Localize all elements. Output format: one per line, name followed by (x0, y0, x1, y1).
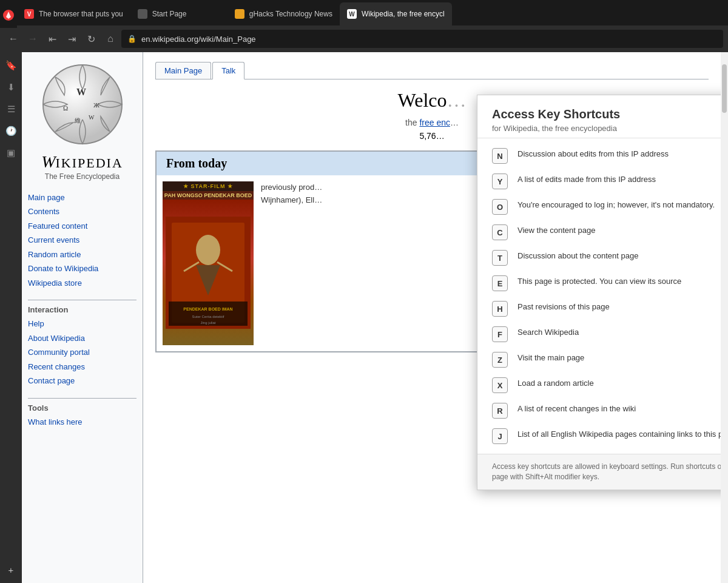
shortcut-row-e: E This page is protected. You can view i… (477, 271, 721, 296)
tab-label-vivaldi: The browser that puts you (39, 10, 123, 18)
nav-community-portal[interactable]: Community portal (28, 345, 136, 360)
svg-text:W: W (89, 114, 95, 121)
tab-wikipedia[interactable]: W Wikipedia, the free encycl (340, 2, 452, 25)
nav-main-page[interactable]: Main page (28, 190, 136, 205)
tab-icon-ghacks (235, 9, 244, 19)
wiki-interaction-nav: Interaction Help About Wikipedia Communi… (28, 305, 136, 388)
url-text: en.wikipedia.org/wiki/Main_Page (141, 35, 256, 44)
shortcut-desc-o: You're encouraged to log in; however, it… (517, 199, 715, 211)
tab-icon-start (138, 9, 147, 19)
page-content: W Ω Ж 維 W WIKIPEDIA The Free Encyclopedi… (22, 52, 728, 583)
home-button[interactable]: ⌂ (102, 30, 119, 47)
history-panel-icon[interactable]: 🕐 (2, 123, 19, 140)
nav-wikipedia-store[interactable]: Wikipedia store (28, 276, 136, 291)
reload-button[interactable]: ↻ (83, 30, 99, 47)
tab-ghacks[interactable]: gHacks Technology News (228, 2, 340, 25)
tab-vivaldi[interactable]: V The browser that puts you (17, 2, 130, 25)
svg-text:Ж: Ж (93, 101, 99, 109)
modal-title: Access Key Shortcuts (492, 107, 721, 121)
shortcut-desc-c: View the content page (517, 224, 595, 237)
modal-subtitle: for Wikipedia, the free encyclopedia (492, 124, 721, 133)
shortcut-row-j: J List of all English Wikipedia pages co… (477, 423, 721, 449)
key-badge-n: N (492, 148, 508, 164)
address-bar[interactable]: 🔒 en.wikipedia.org/wiki/Main_Page (121, 30, 723, 48)
nav-about-wikipedia[interactable]: About Wikipedia (28, 331, 136, 346)
shortcut-row-t: T Discussion about the content page (477, 245, 721, 271)
tab-icon-vivaldi: V (24, 9, 34, 19)
nav-random-article[interactable]: Random article (28, 248, 136, 262)
back-button[interactable]: ← (5, 30, 22, 47)
nav-recent-changes[interactable]: Recent changes (28, 360, 136, 374)
browser-sidebar: 🔖 ⬇ ☰ 🕐 ▣ + (0, 52, 22, 583)
page-scrollbar[interactable] (721, 52, 728, 583)
svg-text:W: W (76, 87, 86, 97)
shortcut-desc-n: Discussion about edits from this IP addr… (517, 148, 669, 160)
shortcut-row-r: R A list of recent changes in the wiki (477, 398, 721, 423)
panels-panel-icon[interactable]: ▣ (2, 144, 19, 161)
shortcut-desc-f: Search Wikipedia (517, 326, 579, 339)
nav-divider-1 (28, 300, 136, 300)
modal-header: Access Key Shortcuts for Wikipedia, the … (477, 95, 721, 138)
shortcut-desc-r: A list of recent changes in the wiki (517, 403, 636, 415)
wiki-globe-image: W Ω Ж 維 W (40, 62, 125, 147)
tab-bar: V The browser that puts you Start Page g… (0, 0, 728, 25)
shortcut-row-f: F Search Wikipedia (477, 322, 721, 347)
forward-button[interactable]: → (24, 30, 41, 47)
key-badge-o: O (492, 199, 508, 215)
modal-shortcut-list: N Discussion about edits from this IP ad… (477, 138, 721, 454)
add-panel-icon[interactable]: + (2, 561, 19, 578)
bookmark-panel-icon[interactable]: 🔖 (2, 57, 19, 74)
modal-overlay: Access Key Shortcuts for Wikipedia, the … (143, 52, 721, 583)
nav-featured-content[interactable]: Featured content (28, 219, 136, 234)
nav-current-events[interactable]: Current events (28, 233, 136, 248)
svg-text:維: 維 (74, 117, 81, 124)
shortcut-desc-y: A list of edits made from this IP addres… (517, 174, 656, 186)
modal-content-area: N Discussion about edits from this IP ad… (477, 138, 721, 454)
key-badge-z: Z (492, 352, 508, 368)
key-badge-t: T (492, 250, 508, 266)
shortcut-desc-h: Past revisions of this page (517, 301, 610, 313)
wiki-main-nav: Main page Contents Featured content Curr… (28, 190, 136, 291)
nav-help[interactable]: Help (28, 317, 136, 331)
download-panel-icon[interactable]: ⬇ (2, 79, 19, 96)
browser-chrome: V The browser that puts you Start Page g… (0, 0, 728, 52)
nav-contact-page[interactable]: Contact page (28, 374, 136, 388)
tab-icon-wiki: W (347, 9, 357, 19)
wiki-sidebar: W Ω Ж 維 W WIKIPEDIA The Free Encyclopedi… (22, 52, 143, 583)
notes-panel-icon[interactable]: ☰ (2, 101, 19, 118)
nav-donate[interactable]: Donate to Wikipedia (28, 261, 136, 276)
wiki-main-content: Main Page Talk Welco… the free enc… 5,76… (143, 52, 721, 583)
shortcut-row-x: X Load a random article (477, 372, 721, 398)
wiki-subtitle-text: The Free Encyclopedia (28, 172, 136, 181)
last-page-button[interactable]: ⇥ (63, 30, 80, 47)
key-badge-j: J (492, 428, 508, 444)
key-badge-c: C (492, 224, 508, 240)
tools-section-title: Tools (28, 403, 136, 413)
modal-footer-note: Access key shortcuts are allowed in keyb… (492, 462, 721, 482)
tab-label-ghacks: gHacks Technology News (249, 10, 332, 18)
wiki-logo: W Ω Ж 維 W WIKIPEDIA The Free Encyclopedi… (28, 62, 136, 181)
tab-start[interactable]: Start Page (130, 2, 228, 25)
shortcut-row-y: Y A list of edits made from this IP addr… (477, 169, 721, 194)
key-badge-x: X (492, 377, 508, 393)
key-badge-e: E (492, 275, 508, 291)
shortcut-row-n: N Discussion about edits from this IP ad… (477, 143, 721, 169)
key-badge-y: Y (492, 174, 508, 189)
nav-what-links-here[interactable]: What links here (28, 415, 136, 430)
modal-footer: Access key shortcuts are allowed in keyb… (477, 454, 721, 490)
key-badge-h: H (492, 301, 508, 317)
wiki-title-text: WIKIPEDIA (28, 152, 136, 172)
tab-label-start: Start Page (152, 10, 187, 18)
svg-point-1 (43, 65, 122, 144)
shortcut-desc-z: Visit the main page (517, 352, 584, 364)
first-page-button[interactable]: ⇤ (44, 30, 61, 47)
vivaldi-logo-icon (0, 2, 17, 28)
browser-body: 🔖 ⬇ ☰ 🕐 ▣ + (0, 52, 728, 583)
nav-contents[interactable]: Contents (28, 204, 136, 219)
secure-icon: 🔒 (127, 35, 136, 43)
shortcut-row-c: C View the content page (477, 220, 721, 245)
shortcut-row-z: Z Visit the main page (477, 347, 721, 372)
key-badge-f: F (492, 326, 508, 342)
shortcut-desc-t: Discussion about the content page (517, 250, 638, 262)
tab-label-wiki: Wikipedia, the free encycl (362, 10, 445, 18)
